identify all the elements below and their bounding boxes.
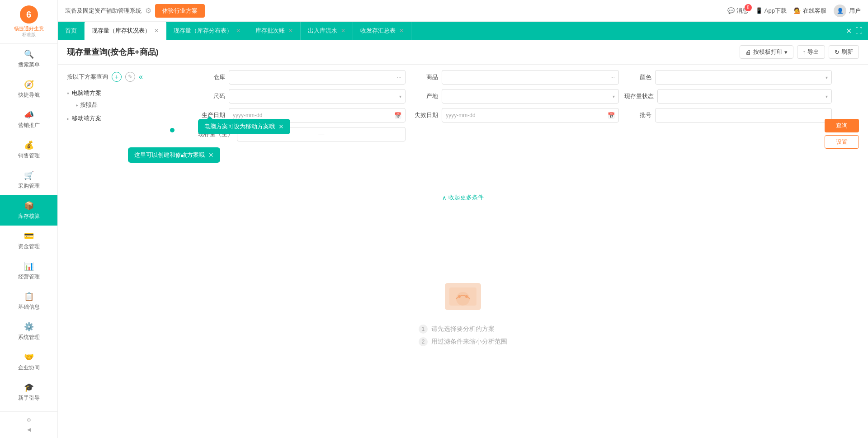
goods-label: 商品 [411, 73, 438, 81]
tab-inventory-status[interactable]: 现存量（库存状况表） ✕ [85, 22, 166, 40]
color-select[interactable]: ▾ [655, 70, 832, 85]
close-all-icon[interactable]: ✕ [846, 27, 852, 35]
stock-status-select[interactable]: ▾ [657, 89, 832, 104]
sidebar-item-system[interactable]: ⚙️ 系统管理 [0, 316, 57, 347]
filter-back-button[interactable]: « [139, 73, 143, 81]
tab-inventory-dist-close[interactable]: ✕ [236, 28, 241, 34]
sidebar-label-search: 搜索菜单 [18, 61, 40, 69]
system-title: 装备及固定资产辅助管理系统 [65, 7, 142, 15]
sidebar-item-guide[interactable]: 🧭 快捷导航 [0, 74, 57, 104]
query-button[interactable]: 查询 [825, 119, 859, 132]
logo-icon: 6 [20, 5, 38, 24]
filter-header-label: 按以下方案查询 [67, 73, 108, 81]
sidebar-item-sales[interactable]: 💰 销售管理 [0, 135, 57, 165]
sidebar-item-search[interactable]: 🔍 搜索菜单 [0, 44, 57, 74]
scenario-pc-label: 电脑端方案 [72, 89, 101, 97]
message-badge: 8 [745, 4, 752, 11]
sidebar-item-newbie[interactable]: 🎓 新手引导 [0, 377, 57, 407]
sidebar-item-inventory[interactable]: 📦 库存核算 [0, 195, 57, 226]
sidebar-label-sales: 销售管理 [18, 152, 40, 160]
system-icon: ⚙️ [24, 322, 34, 332]
sidebar-item-enterprise[interactable]: 🤝 企业协同 [0, 347, 57, 377]
sidebar-label-finance: 资金管理 [18, 243, 40, 250]
filter-edit-button[interactable]: ✎ [125, 72, 135, 82]
page-title: 现存量查询(按仓库+商品) [67, 47, 159, 57]
warehouse-chevron-icon: ⋯ [397, 75, 401, 80]
experience-button[interactable]: 体验行业方案 [155, 4, 205, 18]
stock-status-label: 现存量状态 [624, 92, 654, 100]
tab-inventory-dist[interactable]: 现存量（库存分布表） ✕ [166, 22, 248, 40]
tooltip-pc-text: 电脑方案可设为移动方案哦 [204, 122, 275, 131]
filter-field-color: 颜色 ▾ [624, 70, 832, 85]
header-left: 装备及固定资产辅助管理系统 ⚙ 体验行业方案 [65, 4, 205, 18]
sidebar-item-marketing[interactable]: 📣 营销推广 [0, 104, 57, 135]
expire-date-input[interactable]: yyyy-mm-dd 📅 [442, 108, 618, 122]
export-button[interactable]: ↑ 导出 [797, 45, 826, 59]
settings-icon: ⚙ [27, 417, 31, 423]
filter-field-warehouse: 仓库 ⋯ [198, 70, 406, 85]
tab-collect-send-close[interactable]: ✕ [399, 28, 404, 34]
tab-in-out-flow-close[interactable]: ✕ [341, 28, 345, 34]
collapse-more-button[interactable]: ∧ 收起更多条件 [442, 190, 484, 205]
phone-icon: 📱 [755, 7, 763, 14]
svg-point-4 [465, 295, 468, 298]
message-button[interactable]: 💬 消息 8 [727, 7, 748, 15]
tooltip-edit-close[interactable]: ✕ [208, 151, 214, 159]
expand-icon[interactable]: ⛶ [855, 27, 863, 35]
refresh-label: 刷新 [841, 48, 853, 56]
filter-add-button[interactable]: + [112, 72, 122, 82]
filter-fields-area: 仓库 ⋯ 商品 ⋯ [198, 70, 832, 146]
print-button[interactable]: 🖨 按模板打印 ▾ [740, 45, 793, 59]
range-dash: — [315, 131, 328, 138]
sidebar-settings-btn[interactable]: ⚙ [27, 417, 31, 423]
tab-collect-send[interactable]: 收发存汇总表 ✕ [353, 22, 411, 40]
tab-home[interactable]: 首页 [58, 22, 85, 40]
purchase-icon: 🛒 [24, 170, 34, 180]
empty-svg [436, 274, 490, 319]
refresh-button[interactable]: ↻ 刷新 [829, 45, 859, 59]
app-download-button[interactable]: 📱 App下载 [755, 7, 787, 15]
origin-select[interactable]: ▾ [442, 89, 618, 104]
filter-field-stock-status: 现存量状态 ▾ [624, 89, 832, 104]
origin-chevron-icon: ▾ [613, 94, 615, 99]
connector-dot-top [170, 128, 175, 132]
empty-hint-2: 2 用过滤条件来缩小分析范围 [419, 337, 507, 346]
batch-input[interactable] [655, 108, 832, 122]
size-chevron-icon: ▾ [399, 94, 401, 99]
warehouse-select[interactable]: ⋯ [229, 70, 406, 85]
tab-inventory-status-close[interactable]: ✕ [154, 28, 159, 34]
sidebar-collapse-btn[interactable]: ◀ [27, 427, 31, 433]
size-select[interactable]: ▾ [229, 89, 406, 104]
sidebar-item-operations[interactable]: 📊 经营管理 [0, 256, 57, 286]
tab-batch-ledger[interactable]: 库存批次账 ✕ [248, 22, 301, 40]
sidebar-logo[interactable]: 6 畅捷通好生意 标准版 [0, 0, 57, 44]
tooltip-edit-text: 这里可以创建和修改方案哦 [134, 151, 205, 159]
reset-button[interactable]: 设置 [825, 135, 859, 149]
print-icon: 🖨 [745, 49, 751, 56]
tab-in-out-flow[interactable]: 出入库流水 ✕ [301, 22, 353, 40]
sidebar-bottom: ⚙ ◀ [0, 411, 57, 438]
chevron-up-icon: ∧ [442, 194, 447, 201]
user-menu[interactable]: 👤 用户 [834, 5, 861, 17]
empty-illustration [436, 274, 490, 319]
sidebar-item-purchase[interactable]: 🛒 采购管理 [0, 165, 57, 195]
empty-state: 1 请先选择要分析的方案 2 用过滤条件来缩小分析范围 [58, 209, 868, 438]
color-label: 颜色 [624, 73, 651, 81]
filter-field-expire-date: 失效日期 yyyy-mm-dd 📅 [411, 108, 618, 122]
calendar2-icon: 📅 [608, 112, 615, 119]
filter-field-origin: 产地 ▾ [411, 89, 618, 104]
sidebar-item-finance[interactable]: 💳 资金管理 [0, 226, 57, 256]
origin-label: 产地 [411, 92, 438, 100]
calendar-icon: 📅 [394, 112, 401, 119]
sidebar-item-basic[interactable]: 📋 基础信息 [0, 286, 57, 316]
produce-date-placeholder: yyyy-mm-dd [233, 112, 392, 118]
filter-field-goods: 商品 ⋯ [411, 70, 618, 85]
tooltip-pc-close[interactable]: ✕ [278, 123, 284, 130]
goods-select[interactable]: ⋯ [442, 70, 618, 85]
tabs-actions: ✕ ⛶ [840, 27, 868, 35]
online-service-button[interactable]: 💁 在线客服 [794, 7, 826, 15]
tab-batch-ledger-close[interactable]: ✕ [288, 28, 293, 34]
gear-icon[interactable]: ⚙ [145, 6, 151, 15]
operations-icon: 📊 [24, 261, 34, 271]
scenario-mobile-label: 移动端方案 [72, 114, 101, 122]
